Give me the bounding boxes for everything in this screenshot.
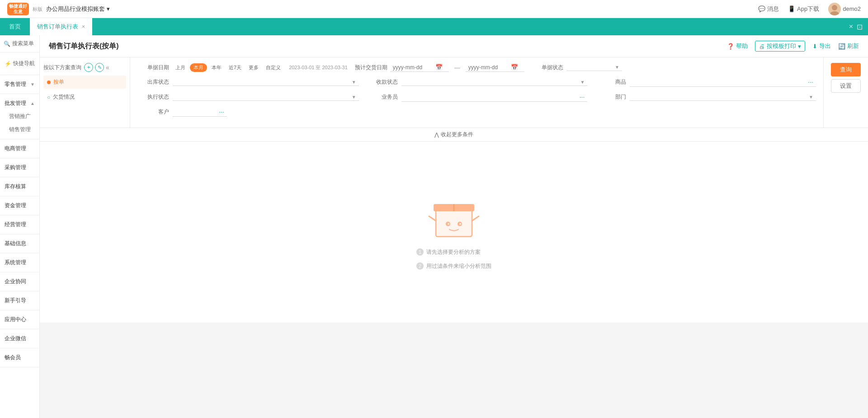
sidebar-item-wholesale[interactable]: 批发管理 ▲: [0, 97, 39, 110]
scheme-label: 按单: [53, 78, 64, 86]
forecast-date-to-input[interactable]: [468, 64, 509, 71]
date-cur-year-btn[interactable]: 本年: [209, 63, 224, 72]
svg-point-0: [832, 5, 837, 10]
customer-input-wrap: ···: [173, 107, 227, 117]
goods-field: 商品 ···: [594, 77, 816, 87]
payment-status-select[interactable]: ▼: [401, 79, 588, 86]
query-button[interactable]: 查询: [831, 63, 861, 76]
filter-area: 按以下方案查询 + ✎ « 按单 ○ 欠货情况: [40, 57, 868, 128]
empty-tip-1: 1 请先选择要分析的方案: [416, 248, 491, 256]
forecast-date-from-cal-icon[interactable]: 📅: [435, 64, 443, 71]
sidebar-item-inventory[interactable]: 库存核算: [0, 180, 39, 193]
bill-status-field: 单据状态 ▼: [532, 64, 622, 71]
sidebar-item-purchase[interactable]: 采购管理: [0, 161, 39, 174]
bill-status-caret-icon: ▼: [615, 65, 619, 70]
sidebar-item-sales[interactable]: 销售管理: [0, 123, 39, 136]
window-close-icon[interactable]: ×: [849, 23, 853, 31]
date-custom-btn[interactable]: 自定义: [263, 63, 283, 72]
sidebar-item-basic[interactable]: 基础信息: [0, 237, 39, 250]
filter-right-panel: 单据日期 上月 本月 本年 近7天 更多 自定义 2023-03-01 至 20…: [130, 57, 823, 128]
tab-home[interactable]: 首页: [0, 18, 30, 35]
date-prev-month-btn[interactable]: 上月: [173, 63, 188, 72]
delivery-status-select[interactable]: ▼: [173, 79, 359, 86]
export-btn[interactable]: ⬇ 导出: [812, 42, 831, 50]
sidebar-item-wechat[interactable]: 企业微信: [0, 332, 39, 345]
sidebar-search-area[interactable]: 🔍 搜索菜单: [0, 35, 39, 52]
sidebar-section-appstore: 应用中心: [0, 310, 39, 329]
department-label: 部门: [594, 93, 626, 101]
empty-state: 1 请先选择要分析的方案 2 用过滤条件来缩小分析范围: [40, 142, 868, 323]
search-menu-btn[interactable]: 🔍 搜索菜单: [4, 40, 36, 48]
help-btn[interactable]: ❓ 帮助: [727, 42, 748, 50]
collapse-label: 收起更多条件: [441, 131, 473, 138]
customer-label: 客户: [137, 108, 169, 116]
sidebar-item-newbie[interactable]: 新手引导: [0, 294, 39, 307]
refresh-btn[interactable]: 🔄 刷新: [838, 42, 859, 50]
sidebar-item-vip[interactable]: 畅会员: [0, 351, 39, 364]
forecast-date-to-cal-icon[interactable]: 📅: [511, 64, 518, 71]
main-content: 销售订单执行表(按单) ❓ 帮助 🖨 按模板打印 ▾ ⬇ 导出 🔄 刷新: [40, 35, 868, 418]
edit-scheme-btn[interactable]: ✎: [95, 63, 104, 72]
sidebar-section-retail: 零售管理 ▼: [0, 75, 39, 94]
message-btn[interactable]: 💬 消息: [758, 5, 779, 13]
filter-fields-area: 单据日期 上月 本月 本年 近7天 更多 自定义 2023-03-01 至 20…: [130, 57, 868, 128]
collapse-more-btn[interactable]: ⋀ 收起更多条件: [434, 131, 473, 138]
avatar: [828, 3, 841, 15]
topbar-right: 💬 消息 📱 App下载 demo2: [758, 3, 861, 15]
exec-status-field: 执行状态 ▼: [137, 93, 359, 101]
filter-scheme-title: 按以下方案查询 + ✎ «: [43, 63, 126, 72]
exec-status-select[interactable]: ▼: [173, 94, 359, 101]
sidebar-item-appstore[interactable]: 应用中心: [0, 313, 39, 326]
app-download-btn[interactable]: 📱 App下载: [788, 5, 819, 13]
bill-status-select[interactable]: ▼: [567, 64, 622, 71]
sidebar-quick-nav: ⚡ 快捷导航: [0, 52, 39, 75]
reset-button[interactable]: 设置: [831, 79, 861, 93]
customer-more-btn[interactable]: ···: [219, 108, 224, 115]
sidebar-item-ecommerce[interactable]: 电商管理: [0, 142, 39, 155]
sidebar-item-finance[interactable]: 资金管理: [0, 199, 39, 212]
print-btn[interactable]: 🖨 按模板打印 ▾: [755, 41, 805, 52]
sidebar-item-system[interactable]: 系统管理: [0, 256, 39, 269]
empty-tip-2: 2 用过滤条件来缩小分析范围: [416, 262, 491, 270]
department-select[interactable]: ▼: [630, 94, 816, 101]
bill-status-label: 单据状态: [532, 64, 563, 71]
sidebar-item-retail[interactable]: 零售管理 ▼: [0, 78, 39, 91]
salesperson-more-btn[interactable]: ···: [580, 93, 585, 100]
scheme-active-dot: [47, 81, 51, 84]
filter-collapse-row: ⋀ 收起更多条件: [40, 128, 868, 142]
add-scheme-btn[interactable]: +: [84, 63, 93, 72]
tip-num-2: 2: [416, 262, 424, 270]
sidebar-item-operations[interactable]: 经营管理: [0, 218, 39, 231]
page-header-actions: ❓ 帮助 🖨 按模板打印 ▾ ⬇ 导出 🔄 刷新: [727, 41, 859, 57]
svg-line-10: [472, 216, 479, 221]
tab-sales-execution[interactable]: 销售订单执行表 ×: [30, 18, 92, 35]
delivery-status-label: 出库状态: [137, 78, 169, 86]
payment-status-field: 收款状态 ▼: [366, 78, 588, 86]
scheme-item-debt[interactable]: ○ 欠货情况: [43, 90, 126, 104]
industry-selector[interactable]: 办公用品行业模拟账套 ▾: [46, 5, 110, 13]
query-reset-group: 查询 设置: [823, 57, 868, 128]
sidebar-item-marketing[interactable]: 营销推广: [0, 110, 39, 123]
forecast-date-from-input[interactable]: [393, 64, 434, 71]
collapse-up-icon: ⋀: [434, 132, 439, 138]
sidebar-item-enterprise[interactable]: 企业协同: [0, 275, 39, 288]
date-7days-btn[interactable]: 近7天: [226, 63, 244, 72]
window-expand-icon[interactable]: ⊡: [857, 23, 863, 31]
sidebar-section-wholesale: 批发管理 ▲ 营销推广 销售管理: [0, 94, 39, 139]
svg-point-8: [459, 223, 461, 225]
sidebar-section-operations: 经营管理: [0, 215, 39, 234]
scheme-item-press[interactable]: 按单: [43, 76, 126, 89]
filter-scheme-panel: 按以下方案查询 + ✎ « 按单 ○ 欠货情况: [40, 57, 130, 128]
goods-more-btn[interactable]: ···: [808, 78, 813, 86]
search-menu-label: 搜索菜单: [12, 40, 34, 48]
date-more-btn[interactable]: 更多: [246, 63, 261, 72]
export-icon: ⬇: [812, 43, 817, 50]
sidebar-item-quick-nav[interactable]: ⚡ 快捷导航: [0, 56, 39, 71]
user-avatar-area[interactable]: demo2: [828, 3, 861, 15]
sidebar-section-purchase: 采购管理: [0, 158, 39, 177]
app-subtitle: 标版: [33, 7, 42, 12]
tab-close-icon[interactable]: ×: [82, 24, 85, 30]
collapse-scheme-btn[interactable]: «: [106, 64, 109, 71]
date-cur-month-btn[interactable]: 本月: [190, 63, 207, 72]
sidebar-section-vip: 畅会员: [0, 348, 39, 367]
